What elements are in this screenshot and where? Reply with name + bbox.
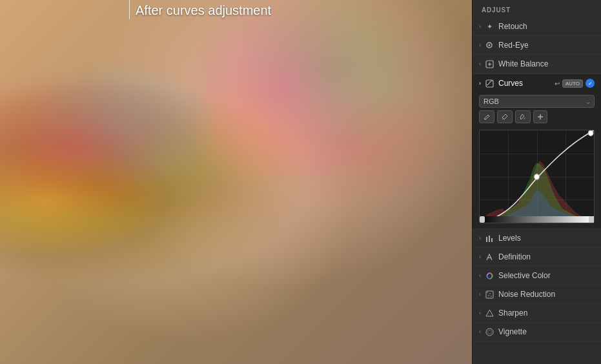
confirm-button[interactable]: ✓ bbox=[586, 79, 595, 88]
svg-marker-19 bbox=[486, 310, 493, 316]
pencil-tool-button[interactable] bbox=[479, 110, 494, 123]
sharpen-icon bbox=[484, 308, 494, 318]
chevron-icon: › bbox=[479, 61, 481, 67]
vignette-label: Vignette bbox=[498, 327, 595, 336]
definition-label: Definition bbox=[498, 252, 595, 261]
slider-handle-right[interactable] bbox=[589, 216, 594, 223]
adjust-item-red-eye[interactable]: › Red-Eye bbox=[473, 36, 601, 55]
panel-header: ADJUST bbox=[473, 0, 601, 17]
curves-section: › Curves ↩ AUTO ✓ RGBRedGreenBlueLuminan… bbox=[473, 74, 601, 229]
chevron-icon: › bbox=[479, 329, 481, 335]
retouch-icon: ✦ bbox=[484, 21, 494, 32]
red-eye-label: Red-Eye bbox=[498, 41, 595, 50]
selective-color-label: Selective Color bbox=[498, 271, 595, 280]
photo-background bbox=[0, 0, 472, 364]
chevron-icon: › bbox=[479, 235, 481, 241]
annotation-line bbox=[129, 0, 130, 19]
svg-point-8 bbox=[535, 174, 540, 179]
adjust-item-vignette[interactable]: › Vignette bbox=[473, 323, 601, 341]
svg-rect-11 bbox=[491, 238, 493, 242]
slider-handle-left[interactable] bbox=[480, 216, 485, 223]
curves-header[interactable]: › Curves ↩ AUTO ✓ bbox=[473, 74, 601, 92]
svg-rect-9 bbox=[486, 237, 487, 242]
svg-point-21 bbox=[487, 330, 491, 334]
curves-actions: ↩ AUTO ✓ bbox=[555, 79, 595, 88]
photo-overlay bbox=[0, 0, 472, 364]
adjust-item-selective-color[interactable]: › Selective Color bbox=[473, 267, 601, 285]
curves-controls: RGBRedGreenBlueLuminance + bbox=[473, 92, 601, 128]
auto-button[interactable]: AUTO bbox=[562, 79, 583, 88]
levels-label: Levels bbox=[498, 234, 595, 243]
retouch-label: Retouch bbox=[498, 22, 595, 31]
adjust-panel: ADJUST › ✦ Retouch › Red-Eye › White Bal… bbox=[472, 0, 601, 364]
curves-label: Curves bbox=[498, 79, 555, 88]
svg-rect-17 bbox=[488, 295, 489, 296]
undo-button[interactable]: ↩ bbox=[555, 80, 560, 87]
curves-chart[interactable] bbox=[479, 130, 595, 223]
svg-point-7 bbox=[588, 130, 593, 136]
adjust-list: › ✦ Retouch › Red-Eye › White Balance › bbox=[473, 17, 601, 364]
red-eye-icon bbox=[484, 40, 494, 50]
tool-row: + bbox=[479, 108, 595, 126]
levels-icon bbox=[484, 233, 494, 243]
sharpen-label: Sharpen bbox=[498, 308, 595, 318]
add-point-button[interactable] bbox=[533, 110, 547, 123]
channel-select-wrapper[interactable]: RGBRedGreenBlueLuminance bbox=[479, 95, 595, 108]
selective-color-icon bbox=[484, 270, 494, 281]
annotation-text: After curves adjustment bbox=[136, 3, 271, 18]
svg-text:+: + bbox=[524, 116, 526, 120]
chevron-icon: › bbox=[479, 272, 481, 279]
photo-canvas: After curves adjustment bbox=[0, 0, 472, 364]
curve-svg bbox=[480, 130, 594, 223]
adjust-item-noise-reduction[interactable]: › Noise Reduction bbox=[473, 285, 601, 304]
white-balance-icon bbox=[484, 59, 494, 69]
svg-rect-3 bbox=[486, 80, 493, 87]
channel-select[interactable]: RGBRedGreenBlueLuminance bbox=[479, 95, 595, 108]
adjust-item-levels[interactable]: › Levels bbox=[473, 229, 601, 248]
chevron-icon: › bbox=[479, 254, 481, 260]
noise-reduction-icon bbox=[484, 289, 494, 299]
white-balance-label: White Balance bbox=[498, 59, 595, 68]
svg-rect-10 bbox=[489, 236, 490, 242]
adjust-item-white-balance[interactable]: › White Balance bbox=[473, 55, 601, 74]
svg-point-20 bbox=[486, 329, 493, 336]
adjust-item-definition[interactable]: › Definition bbox=[473, 248, 601, 267]
chevron-icon: › bbox=[479, 310, 481, 316]
curves-icon bbox=[484, 78, 494, 88]
chart-slider bbox=[480, 216, 594, 223]
adjust-item-retouch[interactable]: › ✦ Retouch bbox=[473, 17, 601, 36]
eyedropper-plus-tool-button[interactable]: + bbox=[515, 110, 531, 123]
svg-rect-15 bbox=[487, 292, 488, 293]
definition-icon bbox=[484, 252, 494, 262]
chevron-icon: › bbox=[479, 42, 481, 48]
chevron-icon: › bbox=[479, 80, 481, 86]
vignette-icon bbox=[484, 327, 494, 337]
svg-rect-18 bbox=[491, 296, 492, 297]
chevron-icon: › bbox=[479, 291, 481, 298]
chevron-icon: › bbox=[479, 23, 481, 30]
adjust-item-sharpen[interactable]: › Sharpen bbox=[473, 304, 601, 323]
svg-rect-16 bbox=[489, 293, 491, 294]
eyedropper-tool-button[interactable] bbox=[497, 110, 513, 123]
svg-point-1 bbox=[489, 45, 491, 46]
noise-reduction-label: Noise Reduction bbox=[498, 290, 595, 299]
